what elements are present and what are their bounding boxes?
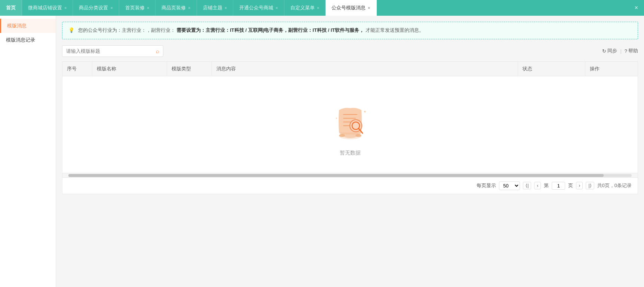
close-shop-theme[interactable]: × [225, 6, 227, 10]
top-nav: 首页 微商城店铺设置 × 商品分类设置 × 首页装修 × 商品页装修 × 店铺主… [0, 0, 644, 16]
tab-custom-menu[interactable]: 自定义菜单 × [284, 0, 326, 16]
sync-button[interactable]: ↻ 同步 [602, 48, 617, 54]
tab-shop-theme-label: 店铺主题 [203, 4, 222, 11]
scrollbar-area[interactable] [62, 173, 638, 177]
page-size-label: 每页显示 [477, 182, 496, 189]
tab-home[interactable]: 首页 [0, 0, 22, 16]
notice-box: 💡 您的公众号行业为：主营行业：，副营行业： 需要设置为：主营行业：IT科技 /… [62, 22, 638, 39]
notice-prefix: 您的公众号行业为：主营行业：，副营行业： [78, 27, 175, 33]
current-page-input[interactable] [552, 182, 565, 190]
tab-shop-theme[interactable]: 店铺主题 × [197, 0, 233, 16]
page-size-select[interactable]: 50 20 100 [499, 181, 520, 190]
content-area: 💡 您的公众号行业为：主营行业：，副营行业： 需要设置为：主营行业：IT科技 /… [56, 16, 644, 287]
tab-category-settings-label: 商品分类设置 [79, 4, 108, 11]
tab-product-page-decor[interactable]: 商品页装修 × [155, 0, 197, 16]
notice-suffix: 才能正常发送预置的消息。 [366, 27, 424, 33]
sidebar-item-template-msg-label: 模版消息 [7, 23, 27, 28]
separator: | [620, 48, 621, 54]
empty-text: 暂无数据 [340, 150, 361, 156]
main-layout: 模版消息 模版消息记录 💡 您的公众号行业为：主营行业：，副营行业： 需要设置为… [0, 16, 644, 287]
svg-text:✦: ✦ [335, 117, 338, 120]
close-custom-menu[interactable]: × [317, 6, 319, 10]
sidebar-item-template-msg[interactable]: 模版消息 [0, 19, 56, 33]
th-type: 模版类型 [167, 62, 212, 76]
close-open-wechat-mall[interactable]: × [275, 6, 278, 10]
tab-custom-menu-label: 自定义菜单 [290, 4, 315, 11]
close-product-page-decor[interactable]: × [188, 6, 190, 10]
page-di-label: 第 [544, 182, 549, 189]
th-content: 消息内容 [212, 62, 518, 76]
close-all-button[interactable]: × [629, 4, 644, 11]
tab-product-page-decor-label: 商品页装修 [161, 4, 186, 11]
tab-home-label: 首页 [6, 4, 16, 11]
th-status: 状态 [518, 62, 585, 76]
sidebar-item-template-msg-log-label: 模版消息记录 [6, 37, 35, 43]
total-info: 共0页，0条记录 [597, 182, 632, 189]
tab-open-wechat-mall-label: 开通公众号商城 [239, 4, 273, 11]
sidebar: 模版消息 模版消息记录 [0, 16, 56, 287]
close-category-settings[interactable]: × [110, 6, 113, 10]
th-action: 操作 [585, 62, 638, 76]
tab-homepage-decor[interactable]: 首页装修 × [119, 0, 155, 16]
tab-category-settings[interactable]: 商品分类设置 × [73, 0, 119, 16]
tab-template-message-label: 公众号模版消息 [332, 4, 366, 11]
close-homepage-decor[interactable]: × [147, 6, 149, 10]
search-left: ⌕ [62, 45, 163, 57]
search-right: ↻ 同步 | ? 帮助 [602, 48, 638, 54]
empty-state: ✦ ✦ 暂无数据 [62, 76, 638, 171]
sync-label: 同步 [607, 48, 617, 54]
tab-template-message[interactable]: 公众号模版消息 × [326, 0, 376, 16]
prev-page-button[interactable]: ‹ [534, 182, 541, 189]
svg-point-11 [355, 134, 361, 137]
next-page-button[interactable]: › [576, 182, 583, 189]
svg-point-10 [339, 134, 345, 137]
help-button[interactable]: ? 帮助 [625, 48, 638, 54]
tab-homepage-decor-label: 首页装修 [125, 4, 145, 11]
page-unit: 页 [568, 182, 573, 189]
search-button[interactable]: ⌕ [152, 46, 163, 57]
search-bar: ⌕ ↻ 同步 | ? 帮助 [62, 45, 638, 57]
tab-shop-settings-label: 微商城店铺设置 [28, 4, 62, 11]
search-input[interactable] [62, 46, 152, 56]
table-header: 序号 模版名称 模版类型 消息内容 状态 操作 [62, 62, 638, 76]
last-page-button[interactable]: |⟩ [586, 182, 594, 189]
table-container: 序号 模版名称 模版类型 消息内容 状态 操作 [62, 61, 638, 194]
scrollbar-track [68, 174, 632, 177]
sync-icon: ↻ [602, 48, 606, 54]
help-icon: ? [625, 48, 627, 54]
th-name: 模版名称 [92, 62, 167, 76]
th-index: 序号 [62, 62, 92, 76]
notice-highlight: 需要设置为：主营行业：IT科技 / 互联网|电子商务，副营行业：IT科技 / I… [176, 27, 364, 33]
first-page-button[interactable]: ⟨| [523, 182, 531, 189]
close-shop-settings[interactable]: × [64, 6, 67, 10]
tab-open-wechat-mall[interactable]: 开通公众号商城 × [233, 0, 284, 16]
tab-shop-settings[interactable]: 微商城店铺设置 × [22, 0, 73, 16]
close-template-message[interactable]: × [368, 6, 370, 10]
empty-illustration: ✦ ✦ [328, 99, 373, 144]
help-label: 帮助 [628, 48, 638, 54]
notice-icon: 💡 [68, 27, 74, 33]
sidebar-item-template-msg-log[interactable]: 模版消息记录 [0, 33, 56, 47]
scrollbar-thumb [68, 174, 604, 177]
svg-text:✦: ✦ [363, 110, 366, 114]
pagination: 每页显示 50 20 100 ⟨| ‹ 第 页 › |⟩ 共0页，0条记录 [62, 177, 638, 194]
search-icon: ⌕ [156, 48, 159, 54]
